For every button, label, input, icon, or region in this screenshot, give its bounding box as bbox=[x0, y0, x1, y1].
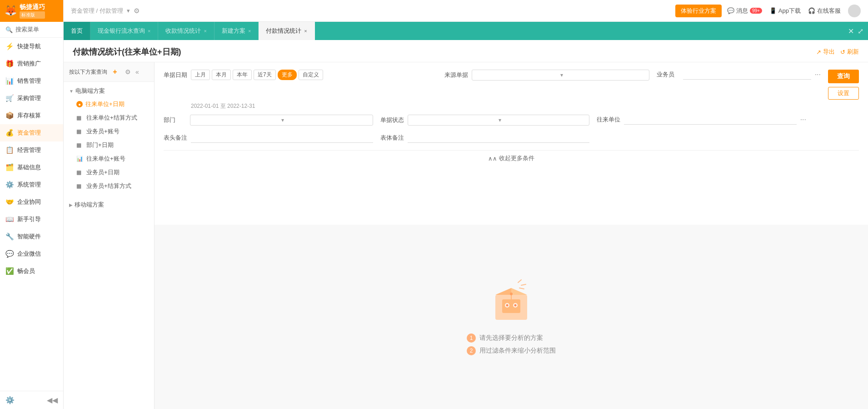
refresh-btn[interactable]: ↺ 刷新 bbox=[840, 48, 859, 56]
tabbar: 首页 现金银行流水查询 × 收款情况统计 × 新建方案 × 付款情况统计 × ✕… bbox=[64, 22, 868, 40]
date-btn-7days[interactable]: 近7天 bbox=[254, 70, 276, 80]
tab-new-scheme[interactable]: 新建方案 × bbox=[215, 22, 259, 40]
refresh-label: 刷新 bbox=[847, 48, 859, 56]
filter-staff-item: 业务员 ··· bbox=[657, 70, 821, 80]
tab-payment-stats[interactable]: 收款情况统计 × bbox=[158, 22, 214, 40]
sidebar-search[interactable]: 🔍 搜索菜单 bbox=[0, 22, 63, 38]
scheme-settings-icon[interactable]: ⚙ bbox=[123, 67, 133, 77]
sidebar-item-marketing[interactable]: 🎁 营销推广 bbox=[0, 55, 63, 72]
sidebar-item-purchase[interactable]: 🛒 采购管理 bbox=[0, 90, 63, 107]
scheme-item-staff-date[interactable]: ▦ 业务员+日期 bbox=[64, 166, 154, 179]
app-download-label: App下载 bbox=[778, 7, 801, 15]
filter-row-2: 部门 ▾ 单据状态 ▾ bbox=[164, 115, 859, 126]
scheme-item-dept-date[interactable]: ▦ 部门+日期 bbox=[64, 138, 154, 152]
empty-hint-1: 1 请先选择要分析的方案 bbox=[467, 333, 556, 343]
page-title: 付款情况统计(往来单位+日期) bbox=[73, 46, 181, 57]
bank-flow-close[interactable]: × bbox=[148, 28, 150, 34]
collapse-bar[interactable]: ∧∧ 收起更多条件 bbox=[164, 150, 859, 166]
date-label: 单据日期 bbox=[164, 71, 187, 79]
sidebar-item-hardware[interactable]: 🔧 智能硬件 bbox=[0, 228, 63, 245]
scheme-table-icon-5: ▦ bbox=[76, 182, 84, 190]
scheme-mobile-group: ▶ 移动端方案 bbox=[64, 196, 154, 214]
export-btn[interactable]: ↗ 导出 bbox=[816, 48, 835, 56]
search-label: 搜索菜单 bbox=[15, 25, 39, 34]
filter-header-note-item: 表头备注 bbox=[164, 133, 373, 143]
content-area: 按以下方案查询 + ⚙ « ▼ 电脑端方案 ● 往来单位+日期 bbox=[64, 62, 868, 409]
topbar-gear-icon[interactable]: ⚙ bbox=[134, 7, 140, 15]
tab-home[interactable]: 首页 bbox=[64, 22, 90, 40]
date-btn-more[interactable]: 更多 bbox=[278, 70, 297, 80]
collapse-sidebar-btn[interactable]: ◀◀ bbox=[47, 396, 58, 404]
scheme-item-staff-account[interactable]: ▦ 业务员+账号 bbox=[64, 125, 154, 138]
service-icon: 🎧 bbox=[808, 7, 815, 14]
sidebar-item-basic-info[interactable]: 🗂️ 基础信息 bbox=[0, 159, 63, 176]
body-note-input[interactable] bbox=[408, 133, 590, 143]
scheme-collapse-btn[interactable]: « bbox=[135, 68, 139, 76]
quick-nav-icon: ⚡ bbox=[5, 42, 14, 50]
payment-stats-close[interactable]: × bbox=[204, 28, 206, 34]
svg-marker-2 bbox=[511, 288, 527, 295]
sidebar-item-wechat[interactable]: 💬 企业微信 bbox=[0, 245, 63, 263]
scheme-table-icon-4: ▦ bbox=[76, 169, 84, 176]
tab-pay-stats[interactable]: 付款情况统计 × bbox=[259, 22, 314, 40]
sidebar-item-inventory[interactable]: 📦 库存核算 bbox=[0, 107, 63, 124]
sidebar-item-system[interactable]: ⚙️ 系统管理 bbox=[0, 176, 63, 193]
voucher-select[interactable]: ▾ bbox=[408, 115, 590, 126]
enterprise-icon: 🤝 bbox=[5, 198, 14, 206]
staff-input[interactable] bbox=[683, 70, 811, 80]
scheme-mobile-title[interactable]: ▶ 移动端方案 bbox=[64, 198, 154, 211]
date-btn-last-month[interactable]: 上月 bbox=[191, 70, 210, 80]
tab-bank-flow[interactable]: 现金银行流水查询 × bbox=[90, 22, 158, 40]
desktop-arrow-icon: ▼ bbox=[69, 89, 74, 94]
staff-dots-icon[interactable]: ··· bbox=[815, 71, 821, 79]
scheme-item-unit-settle[interactable]: ▦ 往来单位+结算方式 bbox=[64, 111, 154, 125]
tab-close-all-icon[interactable]: ✕ bbox=[848, 27, 854, 35]
header-note-input[interactable] bbox=[191, 133, 373, 143]
dept-select[interactable]: ▾ bbox=[190, 115, 373, 126]
operations-icon: 📋 bbox=[5, 146, 14, 154]
source-select[interactable]: ▾ bbox=[472, 70, 649, 81]
new-scheme-close[interactable]: × bbox=[248, 28, 251, 34]
filter-dept-item: 部门 ▾ bbox=[164, 115, 373, 126]
user-avatar[interactable] bbox=[848, 5, 861, 17]
sidebar-item-guide[interactable]: 📖 新手引导 bbox=[0, 211, 63, 228]
scheme-add-icon[interactable]: + bbox=[110, 67, 120, 77]
mobile-arrow-icon: ▶ bbox=[69, 202, 73, 207]
empty-hints: 1 请先选择要分析的方案 2 用过滤条件来缩小分析范围 bbox=[467, 333, 556, 355]
sidebar-item-sales[interactable]: 📊 销售管理 bbox=[0, 72, 63, 90]
scheme-desktop-title[interactable]: ▼ 电脑端方案 bbox=[64, 85, 154, 97]
sidebar-item-quick-nav[interactable]: ⚡ 快捷导航 bbox=[0, 38, 63, 55]
setting-btn[interactable]: 设置 bbox=[828, 87, 859, 100]
filter-voucher-item: 单据状态 ▾ bbox=[380, 115, 590, 126]
sidebar-item-member[interactable]: ✅ 畅会员 bbox=[0, 263, 63, 280]
search-icon: 🔍 bbox=[5, 26, 13, 33]
scheme-item-unit-date[interactable]: ● 往来单位+日期 bbox=[64, 97, 154, 111]
dept-label: 部门 bbox=[164, 116, 186, 124]
topbar-dropdown-icon[interactable]: ▾ bbox=[127, 7, 130, 14]
scheme-item-unit-account[interactable]: 📊 往来单位+账号 bbox=[64, 152, 154, 166]
date-btn-this-year[interactable]: 本年 bbox=[233, 70, 252, 80]
svg-point-12 bbox=[510, 293, 513, 295]
experience-btn[interactable]: 体验行业方案 bbox=[675, 5, 722, 17]
voucher-arrow-icon: ▾ bbox=[499, 117, 585, 123]
sidebar-item-funds[interactable]: 💰 资金管理 bbox=[0, 124, 63, 141]
pay-stats-close[interactable]: × bbox=[304, 28, 307, 34]
partner-dots-icon[interactable]: ··· bbox=[800, 116, 806, 124]
query-btn[interactable]: 查询 bbox=[828, 70, 859, 83]
scheme-table-icon-1: ▦ bbox=[76, 114, 84, 121]
sidebar-item-operations[interactable]: 📋 经营管理 bbox=[0, 141, 63, 159]
tab-maximize-icon[interactable]: ⤢ bbox=[858, 27, 863, 35]
scheme-item-staff-settle[interactable]: ▦ 业务员+结算方式 bbox=[64, 179, 154, 193]
guide-icon: 📖 bbox=[5, 215, 14, 223]
filter-source-item: 来源单据 ▾ bbox=[444, 70, 649, 81]
svg-point-10 bbox=[514, 304, 517, 306]
message-action[interactable]: 💬 消息 99+ bbox=[727, 7, 762, 15]
app-download-action[interactable]: 📱 App下载 bbox=[769, 7, 801, 15]
settings-icon[interactable]: ⚙️ bbox=[5, 396, 15, 404]
date-btn-custom[interactable]: 自定义 bbox=[299, 70, 323, 80]
svg-rect-6 bbox=[502, 299, 520, 313]
partner-input[interactable] bbox=[624, 115, 796, 125]
date-btn-this-month[interactable]: 本月 bbox=[212, 70, 231, 80]
online-service-action[interactable]: 🎧 在线客服 bbox=[808, 7, 841, 15]
sidebar-item-enterprise[interactable]: 🤝 企业协同 bbox=[0, 193, 63, 211]
